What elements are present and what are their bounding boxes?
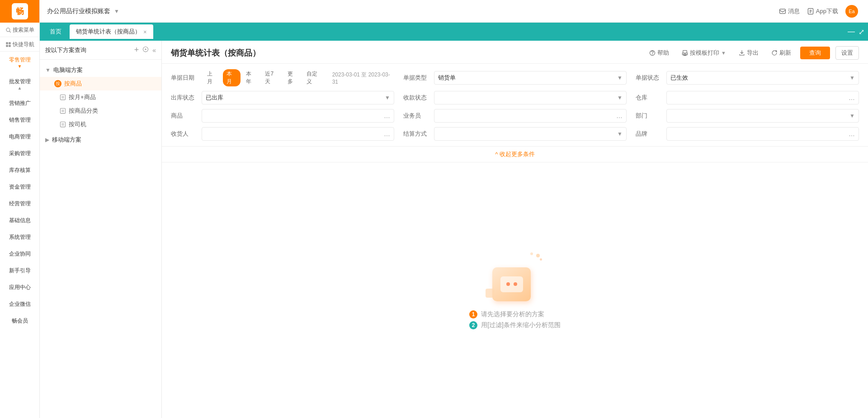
tree-item-product-label: 按商品	[64, 80, 82, 88]
minimize-button[interactable]: —	[848, 28, 855, 36]
industry-dropdown-icon[interactable]: ▼	[114, 8, 119, 14]
query-button[interactable]: 查询	[800, 47, 830, 59]
quick-nav-item[interactable]: 快捷导航	[0, 37, 39, 52]
doc-type-control[interactable]: 销货单 ▼	[434, 71, 627, 85]
tree-item-product-category[interactable]: 按商品分类	[40, 104, 161, 118]
template-print-button[interactable]: 按模板打印 ▼	[678, 47, 730, 59]
receiver-control[interactable]: …	[202, 127, 394, 141]
tab-close-icon[interactable]: ×	[143, 28, 147, 35]
sidebar-item-retail[interactable]: 零售管理 ▼	[0, 52, 39, 73]
date-tab-7days[interactable]: 近7天	[261, 69, 282, 86]
salesperson-dots-icon[interactable]: …	[616, 112, 623, 119]
help-button[interactable]: 帮助	[646, 47, 673, 59]
tab-active[interactable]: 销货单统计表（按商品） ×	[70, 24, 153, 39]
doc-status-dropdown-icon: ▼	[849, 75, 855, 81]
page-actions: 帮助 按模板打印 ▼ 导出 刷新 查询	[646, 46, 859, 60]
user-menu[interactable]: Ea	[845, 5, 861, 18]
sidebar-item-basic[interactable]: 基础信息	[0, 212, 39, 229]
message-button[interactable]: 消息	[779, 7, 800, 15]
date-tab-this-month[interactable]: 本月	[223, 69, 241, 86]
sidebar-item-finance[interactable]: 资金管理	[0, 179, 39, 195]
tab-home[interactable]: 首页	[43, 24, 68, 39]
month-product-icon	[60, 94, 66, 100]
sidebar-item-guide[interactable]: 新手引导	[0, 262, 39, 279]
sidebar-item-appstore[interactable]: 应用中心	[0, 279, 39, 296]
svg-rect-6	[779, 9, 785, 14]
product-dots-icon[interactable]: …	[384, 112, 390, 119]
warehouse-dots-icon[interactable]: …	[849, 94, 855, 101]
date-tab-this-year[interactable]: 本年	[242, 69, 260, 86]
maximize-button[interactable]: ⤢	[859, 28, 864, 36]
sidebar-item-marketing[interactable]: 营销推广	[0, 95, 39, 112]
sidebar-search-item[interactable]: 搜索菜单	[0, 23, 39, 37]
sidebar-item-inventory[interactable]: 库存核算	[0, 162, 39, 179]
empty-hint-1: 1 请先选择要分析的方案	[469, 310, 561, 318]
tree-item-month-product[interactable]: 按月+商品	[40, 90, 161, 104]
filter-collect-status: 收款状态 ▼	[403, 91, 627, 104]
date-tab-last-month[interactable]: 上月	[203, 69, 221, 86]
sidebar: 畅 搜索菜单 快捷导航 零售管理 ▼ 批发管理 ▲ 营销推广 销售管理 电商管理	[0, 0, 40, 418]
logo-icon: 畅	[12, 3, 28, 19]
brand-control[interactable]: …	[666, 127, 859, 141]
tree-group-pc-label: 电脑端方案	[53, 66, 83, 74]
date-tab-more[interactable]: 更多	[284, 69, 302, 86]
collapse-filter-button[interactable]: ^ 收起更多条件	[162, 147, 868, 162]
tree-group-mobile-header[interactable]: ▶ 移动端方案	[40, 133, 161, 147]
svg-point-0	[6, 28, 9, 32]
collect-status-control[interactable]: ▼	[434, 91, 627, 104]
refresh-icon	[771, 50, 778, 56]
sidebar-logo[interactable]: 畅	[0, 0, 39, 23]
scheme-collapse-button[interactable]: «	[152, 47, 156, 54]
sidebar-item-purchase[interactable]: 采购管理	[0, 145, 39, 162]
tree-item-month-product-label: 按月+商品	[69, 93, 96, 101]
tree-item-company-label: 按司机	[69, 120, 86, 128]
doc-status-control[interactable]: 已生效 ▼	[666, 71, 859, 85]
page-title: 销货单统计表（按商品）	[171, 48, 260, 58]
sidebar-item-wholesale[interactable]: 批发管理 ▲	[0, 73, 39, 95]
out-status-dropdown-icon: ▼	[385, 95, 390, 101]
sidebar-item-operation[interactable]: 经营管理	[0, 195, 39, 212]
search-menu-label: 搜索菜单	[13, 26, 34, 34]
quick-nav-label: 快捷导航	[13, 41, 34, 48]
refresh-button[interactable]: 刷新	[768, 47, 795, 59]
product-control[interactable]: …	[202, 109, 394, 123]
warehouse-control[interactable]: …	[666, 91, 859, 104]
sidebar-item-enterprise[interactable]: 企业协同	[0, 246, 39, 262]
print-dropdown-icon: ▼	[721, 50, 726, 56]
brand-dots-icon[interactable]: …	[849, 130, 855, 138]
tree-item-by-product[interactable]: 按 按商品	[40, 77, 161, 90]
filter-department: 部门 ▼	[636, 109, 859, 123]
search-icon	[5, 27, 11, 33]
doc-status-label: 单据状态	[636, 74, 663, 82]
filter-row-3: 商品 … 业务员 …	[171, 109, 859, 123]
out-status-control[interactable]: 已出库 ▼	[202, 91, 394, 104]
filter-brand: 品牌 …	[636, 127, 859, 141]
department-control[interactable]: ▼	[666, 109, 859, 123]
sidebar-item-wechat[interactable]: 企业微信	[0, 296, 39, 313]
svg-rect-2	[6, 42, 8, 44]
tree-group-pc-header[interactable]: ▼ 电脑端方案	[40, 63, 161, 77]
tree-item-company[interactable]: 按司机	[40, 118, 161, 131]
hint-number-1: 1	[469, 310, 477, 318]
export-button[interactable]: 导出	[735, 47, 762, 59]
filter-receiver: 收货人 …	[171, 127, 394, 141]
filter-doc-type: 单据类型 销货单 ▼	[403, 71, 627, 85]
date-tab-custom[interactable]: 自定义	[303, 69, 326, 86]
svg-rect-4	[6, 45, 8, 47]
help-icon	[649, 50, 656, 56]
out-status-value: 已出库	[206, 94, 383, 102]
tree-group-collapse-icon: ▼	[45, 67, 51, 73]
out-status-label: 出库状态	[171, 94, 198, 102]
sidebar-item-sales[interactable]: 销售管理	[0, 112, 39, 128]
salesperson-control[interactable]: …	[434, 109, 627, 123]
scheme-panel-actions: + «	[134, 45, 156, 55]
scheme-edit-button[interactable]	[142, 46, 149, 54]
sidebar-item-ecommerce[interactable]: 电商管理	[0, 128, 39, 145]
settings-button[interactable]: 设置	[835, 46, 859, 60]
receiver-dots-icon[interactable]: …	[384, 130, 390, 138]
sidebar-item-system[interactable]: 系统管理	[0, 229, 39, 246]
app-download-button[interactable]: App下载	[807, 7, 838, 15]
scheme-add-button[interactable]: +	[134, 45, 139, 55]
payment-control[interactable]: ▼	[434, 127, 627, 141]
sidebar-item-member[interactable]: 畅会员	[0, 313, 39, 329]
